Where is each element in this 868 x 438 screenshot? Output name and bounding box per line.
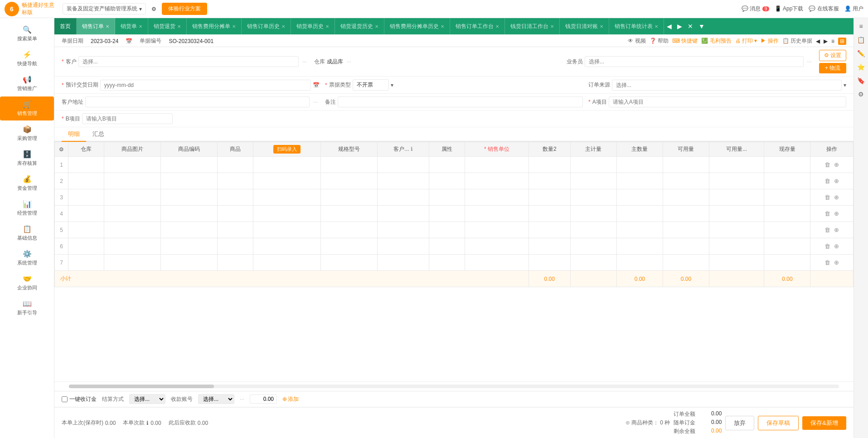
address-input[interactable]	[85, 96, 310, 107]
delivery-date-input[interactable]	[100, 80, 311, 91]
tab-sales-workbench[interactable]: 销售订单工作台 ✕	[450, 18, 505, 34]
tab-close-icon[interactable]: ✕	[106, 24, 109, 29]
system-settings-icon[interactable]: ⚙	[150, 4, 158, 14]
online-support-link[interactable]: 💬 在线客服	[809, 5, 839, 13]
help-icon[interactable]: ℹ	[146, 420, 149, 426]
tab-summary[interactable]: 汇总	[86, 127, 111, 142]
row-3-code[interactable]	[161, 189, 218, 206]
date-value[interactable]: 2023-03-24	[91, 38, 118, 44]
row-2-customer-code[interactable]	[377, 173, 429, 189]
tab-detail[interactable]: 明细	[62, 127, 86, 142]
row-1-main-unit[interactable]	[570, 157, 616, 173]
row-7-delete-icon[interactable]: 🗑	[824, 258, 831, 267]
next-record-icon[interactable]: ▶	[824, 38, 828, 44]
row-6-warehouse[interactable]	[68, 238, 104, 255]
tab-home[interactable]: 首页	[54, 18, 77, 34]
settings-button[interactable]: ⚙ 设置	[819, 50, 846, 61]
row-5-copy-icon[interactable]: ⊕	[833, 226, 840, 234]
tab-prev-icon[interactable]: ◀	[664, 23, 674, 30]
row-1-spec[interactable]	[320, 157, 377, 173]
view-btn[interactable]: 👁 视频	[628, 37, 645, 45]
row-2-name[interactable]	[218, 173, 253, 189]
row-1-copy-icon[interactable]: ⊕	[833, 160, 840, 169]
row-3-qty2[interactable]	[529, 189, 570, 206]
row-2-delete-icon[interactable]: 🗑	[824, 177, 831, 185]
row-1-attribute[interactable]	[429, 157, 465, 173]
tab-close-icon[interactable]: ✕	[177, 24, 181, 29]
discard-button[interactable]: 放弃	[725, 416, 754, 430]
sidebar-item-finance[interactable]: 💰 资金管理	[0, 171, 54, 195]
right-panel-clipboard-icon[interactable]: 📋	[855, 34, 868, 46]
row-4-copy-icon[interactable]: ⊕	[833, 209, 840, 218]
add-goods-button[interactable]: + 物流	[819, 63, 846, 73]
row-4-delete-icon[interactable]: 🗑	[824, 209, 831, 218]
row-7-copy-icon[interactable]: ⊕	[833, 258, 840, 267]
warehouse-more-icon[interactable]: ···	[345, 58, 353, 65]
row-3-image[interactable]	[104, 189, 160, 206]
sidebar-item-cooperation[interactable]: 🤝 企业协同	[0, 271, 54, 295]
tab-close-icon[interactable]: ✕	[550, 24, 554, 29]
row-6-delete-icon[interactable]: 🗑	[824, 242, 831, 250]
tab-sales-order-history[interactable]: 销售订单历史 ✕	[242, 18, 291, 34]
sidebar-item-guide[interactable]: 📖 新手引导	[0, 296, 54, 320]
tab-close-all-icon[interactable]: ✕	[685, 23, 696, 30]
row-3-customer-code[interactable]	[377, 189, 429, 206]
tab-cash-reconcile[interactable]: 钱货日清对账 ✕	[560, 18, 609, 34]
tab-close-icon[interactable]: ✕	[655, 24, 658, 29]
prev-record-icon[interactable]: ◀	[816, 38, 820, 44]
tab-close-icon[interactable]: ✕	[441, 24, 444, 29]
row-4-warehouse[interactable]	[68, 206, 104, 222]
row-2-image[interactable]	[104, 173, 160, 189]
tab-return-history[interactable]: 销货退货历史 ✕	[335, 18, 384, 34]
app-download-link[interactable]: 📱 App下载	[775, 5, 803, 13]
tab-cash-workbench[interactable]: 钱货日清工作台 ✕	[505, 18, 560, 34]
row-3-warehouse[interactable]	[68, 189, 104, 206]
row-1-unit[interactable]	[465, 157, 529, 173]
address-more-icon[interactable]: ···	[311, 99, 320, 105]
row-1-customer-code[interactable]	[377, 157, 429, 173]
help-btn[interactable]: ❓ 帮助	[650, 37, 669, 45]
grid-view-icon[interactable]: ⊞	[838, 38, 846, 45]
sidebar-item-inventory[interactable]: 🗄️ 库存核算	[0, 146, 54, 170]
order-source-input[interactable]	[612, 80, 842, 91]
salesperson-input[interactable]	[585, 56, 804, 67]
right-panel-star-icon[interactable]: ⭐	[855, 61, 868, 73]
tab-close-icon[interactable]: ✕	[325, 24, 329, 29]
user-menu[interactable]: 👤 用户	[844, 5, 863, 13]
row-2-spec[interactable]	[320, 173, 377, 189]
row-2-warehouse[interactable]	[68, 173, 104, 189]
right-panel-bookmark-icon[interactable]: 🔖	[855, 74, 868, 87]
row-1-delete-icon[interactable]: 🗑	[824, 160, 831, 169]
row-3-copy-icon[interactable]: ⊕	[833, 193, 840, 202]
customer-more-icon[interactable]: ···	[301, 58, 309, 65]
profit-btn[interactable]: 💹 毛利预告	[701, 37, 731, 45]
delivery-date-calendar-icon[interactable]: 📅	[313, 82, 320, 88]
sidebar-item-search[interactable]: 🔍 搜索菜单	[0, 22, 54, 46]
tab-sales-delivery[interactable]: 销货单 ✕	[115, 18, 148, 34]
quick-payment-checkbox[interactable]	[62, 396, 68, 402]
row-1-name[interactable]	[218, 157, 253, 173]
row-3-unit[interactable]	[465, 189, 529, 206]
tab-sales-return[interactable]: 销货退货 ✕	[148, 18, 187, 34]
row-1-image[interactable]	[104, 157, 160, 173]
row-3-main-unit[interactable]	[570, 189, 616, 206]
row-2-attribute[interactable]	[429, 173, 465, 189]
row-5-warehouse[interactable]	[68, 222, 104, 238]
system-selector[interactable]: 装备及固定资产辅助管理系统 ▾	[63, 3, 146, 14]
sidebar-item-quick-nav[interactable]: ⚡ 快捷导航	[0, 47, 54, 71]
order-source-dropdown-icon[interactable]: ▾	[844, 82, 846, 88]
save-draft-button[interactable]: 保存草稿	[758, 416, 799, 430]
salesperson-more-icon[interactable]: ···	[805, 58, 814, 65]
row-3-spec[interactable]	[320, 189, 377, 206]
customer-input[interactable]	[78, 56, 299, 67]
sidebar-item-operations[interactable]: 📊 经营管理	[0, 196, 54, 220]
print-btn[interactable]: 🖨 打印 ▾	[735, 37, 757, 45]
col-settings[interactable]: ⚙	[55, 142, 68, 157]
sidebar-item-basic-info[interactable]: 📋 基础信息	[0, 221, 54, 245]
tab-sales-order[interactable]: 销售订单 ✕	[77, 18, 115, 34]
operate-btn[interactable]: ▶ 操作	[761, 37, 778, 45]
sidebar-item-marketing[interactable]: 📢 营销推广	[0, 72, 54, 96]
add-payment-button[interactable]: ⊕ 添加	[282, 395, 299, 403]
row-2-copy-icon[interactable]: ⊕	[833, 177, 840, 185]
row-1-warehouse[interactable]	[68, 157, 104, 173]
